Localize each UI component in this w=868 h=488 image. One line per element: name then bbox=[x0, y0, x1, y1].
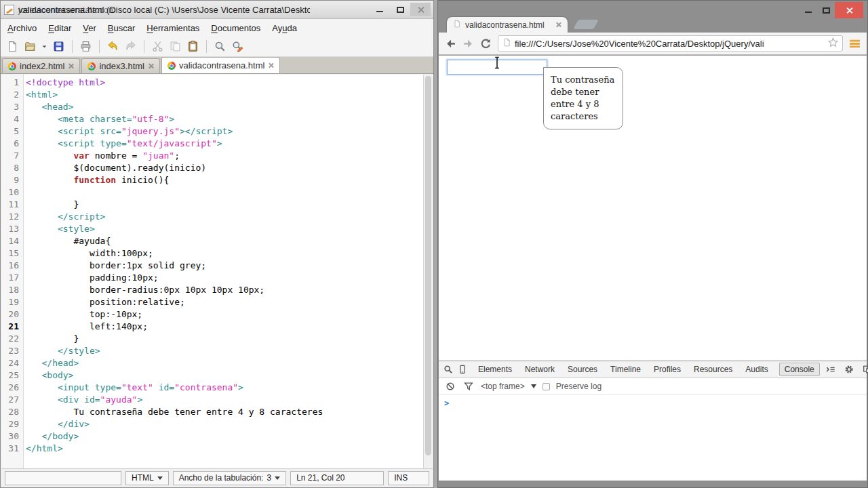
maximize-button[interactable] bbox=[817, 3, 835, 18]
device-mode-icon[interactable] bbox=[458, 363, 467, 375]
reload-button[interactable] bbox=[480, 38, 492, 49]
code-line[interactable]: 27 <div id="ayuda"> bbox=[1, 394, 424, 406]
tab-close-icon[interactable] bbox=[555, 22, 561, 28]
code-text: border-radius:0px 10px 10px 10px; bbox=[26, 284, 264, 296]
editor-scrollbar[interactable] bbox=[423, 75, 433, 469]
code-line[interactable]: 19 position:relative; bbox=[1, 296, 424, 308]
console-drawer-icon[interactable] bbox=[825, 363, 837, 375]
code-line[interactable]: 14 #ayuda{ bbox=[1, 235, 424, 247]
code-line[interactable]: 16 border:1px solid grey; bbox=[1, 260, 424, 272]
code-line[interactable]: 2<html> bbox=[1, 89, 424, 101]
minimize-button[interactable] bbox=[370, 3, 390, 16]
close-button[interactable] bbox=[835, 2, 863, 18]
editor-tab-validacontrasena-html[interactable]: validacontrasena.html bbox=[161, 57, 280, 73]
code-editor[interactable]: 1<!doctype html>2<html>3 <head>4 <meta c… bbox=[1, 75, 424, 469]
scrollbar-thumb[interactable] bbox=[425, 76, 431, 455]
code-line[interactable]: 8 $(document).ready(inicio) bbox=[1, 162, 424, 174]
code-line[interactable]: 30 </body> bbox=[1, 430, 424, 443]
forward-button[interactable] bbox=[462, 38, 474, 49]
copy-icon[interactable] bbox=[167, 39, 183, 54]
menu-herramientas[interactable]: Herramientas bbox=[146, 23, 199, 33]
maximize-button[interactable] bbox=[390, 3, 410, 16]
menu-ayuda[interactable]: Ayuda bbox=[272, 23, 297, 33]
editor-tab-index3-html[interactable]: index3.html bbox=[81, 58, 159, 73]
chevron-down-icon[interactable] bbox=[531, 384, 536, 388]
menu-ver[interactable]: Ver bbox=[83, 23, 96, 33]
undo-icon[interactable] bbox=[105, 39, 121, 54]
tab-close-icon[interactable] bbox=[268, 62, 274, 68]
code-line[interactable]: 7 var nombre = "juan"; bbox=[1, 150, 424, 162]
back-button[interactable] bbox=[445, 38, 456, 49]
inspect-element-icon[interactable] bbox=[443, 363, 453, 375]
menu-editar[interactable]: Editar bbox=[48, 23, 71, 33]
tab-close-icon[interactable] bbox=[148, 63, 154, 69]
console-output[interactable]: > bbox=[439, 395, 867, 411]
devtools-tab-network[interactable]: Network bbox=[523, 363, 557, 375]
devtools-tab-profiles[interactable]: Profiles bbox=[652, 363, 683, 375]
devtools-tab-timeline[interactable]: Timeline bbox=[608, 363, 643, 375]
menu-hamburger-icon[interactable] bbox=[849, 38, 861, 49]
code-line[interactable]: 25 <body> bbox=[1, 369, 424, 382]
redo-icon[interactable] bbox=[123, 39, 138, 54]
devtools-tab-elements[interactable]: Elements bbox=[476, 363, 514, 375]
code-line[interactable]: 3 <head> bbox=[1, 101, 424, 113]
code-line[interactable]: 20 top:-10px; bbox=[1, 308, 424, 321]
code-line[interactable]: 11 } bbox=[1, 199, 424, 211]
save-icon[interactable] bbox=[51, 39, 66, 54]
filter-funnel-icon[interactable] bbox=[462, 380, 475, 392]
code-line[interactable]: 6 <script type="text/javascript"> bbox=[1, 138, 424, 150]
search-icon[interactable] bbox=[212, 39, 228, 54]
tab-width-dropdown[interactable]: Ancho de la tabulación: 3 bbox=[173, 471, 286, 485]
code-line[interactable]: 5 <script src="jquery.js"></script> bbox=[1, 125, 424, 138]
open-dropdown-icon[interactable] bbox=[40, 39, 49, 54]
menu-documentos[interactable]: Documentos bbox=[211, 23, 260, 33]
code-text: <input type="text" id="contrasena"> bbox=[26, 382, 243, 394]
open-folder-icon[interactable] bbox=[22, 39, 38, 54]
language-mode-dropdown[interactable]: HTML bbox=[125, 471, 169, 485]
menu-archivo[interactable]: Archivo bbox=[7, 23, 37, 33]
menu-buscar[interactable]: Buscar bbox=[108, 23, 135, 33]
devtools-tab-audits[interactable]: Audits bbox=[743, 363, 770, 375]
devtools-tab-resources[interactable]: Resources bbox=[692, 363, 734, 375]
code-line[interactable]: 18 border-radius:0px 10px 10px 10px; bbox=[1, 284, 424, 296]
code-line[interactable]: 29 </div> bbox=[1, 418, 424, 430]
code-line[interactable]: 21 left:140px; bbox=[1, 321, 424, 333]
dock-side-icon[interactable] bbox=[861, 363, 868, 375]
new-document-icon[interactable] bbox=[5, 39, 20, 54]
preserve-log-checkbox[interactable] bbox=[542, 383, 550, 390]
devtools-tab-console[interactable]: Console bbox=[779, 363, 820, 376]
code-line[interactable]: 26 <input type="text" id="contrasena"> bbox=[1, 382, 424, 394]
cut-icon[interactable] bbox=[150, 39, 165, 54]
browser-tab[interactable]: validacontrasena.html bbox=[447, 17, 568, 33]
code-line[interactable]: 4 <meta charset="utf-8"> bbox=[1, 113, 424, 125]
code-line[interactable]: 1<!doctype html> bbox=[1, 77, 424, 89]
watermark-text: josevicentecarratala.com bbox=[18, 5, 116, 15]
address-bar[interactable]: file:///C:/Users/Jose%20Vicente%20Carrat… bbox=[498, 35, 843, 52]
minimize-button[interactable] bbox=[800, 3, 817, 18]
bookmark-star-icon[interactable] bbox=[828, 37, 838, 49]
clear-console-icon[interactable] bbox=[444, 380, 456, 392]
new-tab-button[interactable] bbox=[573, 20, 598, 29]
tab-close-icon[interactable] bbox=[68, 63, 74, 69]
close-button[interactable] bbox=[410, 3, 431, 16]
code-line[interactable]: 13 <style> bbox=[1, 223, 424, 235]
devtools-tab-sources[interactable]: Sources bbox=[566, 363, 599, 375]
code-line[interactable]: 17 padding:10px; bbox=[1, 272, 424, 284]
code-line[interactable]: 10 bbox=[1, 186, 424, 199]
devtools-panel: ElementsNetworkSourcesTimelineProfilesRe… bbox=[439, 361, 867, 481]
code-line[interactable]: 12 </script> bbox=[1, 211, 424, 223]
paste-icon[interactable] bbox=[185, 39, 201, 54]
search-replace-icon[interactable] bbox=[230, 39, 245, 54]
settings-gear-icon[interactable] bbox=[843, 363, 855, 375]
frame-selector[interactable]: <top frame> bbox=[481, 382, 525, 391]
code-line[interactable]: 23 </style> bbox=[1, 345, 424, 357]
chrome-favicon bbox=[8, 62, 16, 70]
code-line[interactable]: 22 } bbox=[1, 333, 424, 345]
editor-tab-index2-html[interactable]: index2.html bbox=[2, 58, 80, 73]
code-line[interactable]: 15 width:100px; bbox=[1, 247, 424, 260]
print-icon[interactable] bbox=[78, 39, 94, 54]
code-line[interactable]: 9 function inicio(){ bbox=[1, 174, 424, 186]
code-line[interactable]: 31</html> bbox=[1, 443, 424, 455]
code-line[interactable]: 28 Tu contraseña debe tener entre 4 y 8 … bbox=[1, 406, 424, 418]
code-line[interactable]: 24 </head> bbox=[1, 357, 424, 369]
